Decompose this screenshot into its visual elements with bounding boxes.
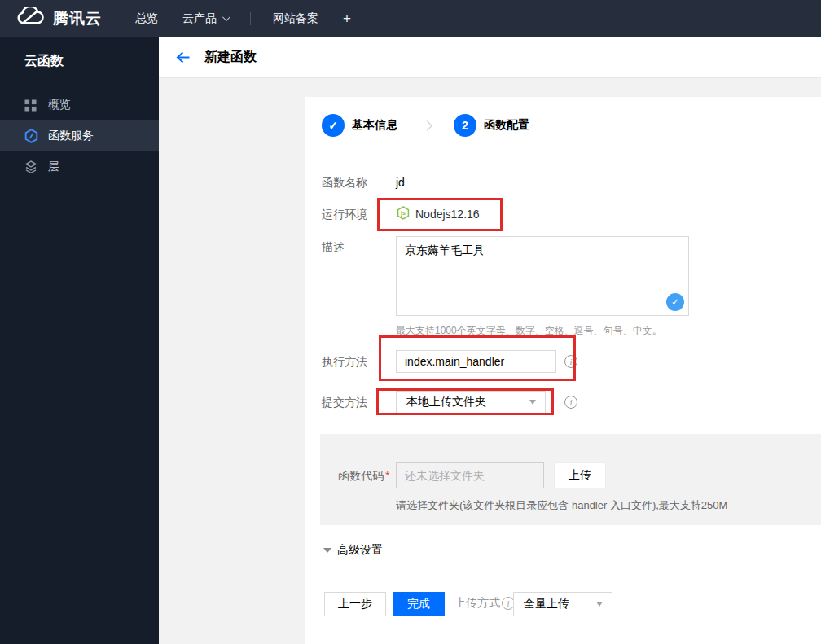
runtime-label: 运行环境 [322,206,367,222]
advanced-settings-toggle[interactable]: 高级设置 [323,543,383,558]
chevron-down-icon [222,13,230,21]
page-title: 新建函数 [204,49,257,66]
nav-item-beian[interactable]: 网站备案 [261,0,331,37]
step1-label: 基本信息 [352,118,397,133]
select-caret-icon [596,602,603,607]
navbar-links: 总览 云产品 网站备案 + [123,0,363,37]
function-hexagon-icon [24,129,39,143]
previous-step-button[interactable]: 上一步 [324,592,386,616]
check-icon [328,119,338,132]
step1-done-circle [322,114,345,137]
finish-button[interactable]: 完成 [393,592,445,616]
content-header: 新建函数 [159,37,821,78]
sidebar: 云函数 概览 函数服务 层 [0,37,159,644]
sidebar-item-layers[interactable]: 层 [0,151,159,182]
required-asterisk: * [385,469,389,482]
handler-input[interactable] [396,350,556,373]
validation-check-icon [666,293,684,311]
upload-mode-label: 上传方式 [454,596,500,611]
nav-item-overview[interactable]: 总览 [123,0,170,37]
tencent-cloud-logo[interactable]: 腾讯云 [0,7,102,31]
grid-icon [24,99,39,112]
cloud-logo-icon [15,7,46,31]
description-hint: 最大支持1000个英文字母、数字、空格、逗号、句号、中文。 [396,324,662,338]
upload-mode-value: 全量上传 [524,597,569,611]
back-arrow-button[interactable] [175,50,191,64]
upload-mode-select[interactable]: 全量上传 [513,592,612,616]
layers-icon [24,160,39,173]
step-chevron-icon [422,120,432,131]
sidebar-product-title: 云函数 [24,53,159,70]
top-navbar: 腾讯云 总览 云产品 网站备案 + [0,0,821,37]
submit-method-value: 本地上传文件夹 [406,395,486,410]
runtime-name: Nodejs12.16 [415,208,480,221]
step2-label: 函数配置 [484,118,529,133]
folder-path-input[interactable] [396,462,544,488]
submit-method-info-icon[interactable] [564,396,577,409]
runtime-value: js Nodejs12.16 [397,206,480,222]
handler-label: 执行方法 [322,353,367,370]
sidebar-item-function-service[interactable]: 函数服务 [0,120,159,151]
sidebar-item-label: 概览 [48,98,71,112]
select-caret-icon [529,400,536,405]
description-label: 描述 [322,239,345,255]
sidebar-item-label: 函数服务 [48,129,94,143]
wizard-steps: 基本信息 2 函数配置 [322,114,529,137]
function-name-label: 函数名称 [322,174,367,191]
sidebar-item-overview[interactable]: 概览 [0,90,159,120]
brand-name: 腾讯云 [53,8,102,29]
svg-text:js: js [400,210,406,217]
function-code-label: 函数代码* [338,469,389,484]
description-textarea[interactable]: 京东薅羊毛工具 [396,236,689,316]
function-name-value: jd [396,174,405,191]
submit-method-select[interactable]: 本地上传文件夹 [396,391,546,414]
function-code-section: 函数代码* 上传 请选择文件夹(该文件夹根目录应包含 handler 入口文件)… [320,434,821,525]
submit-method-label: 提交方法 [322,394,367,410]
handler-info-icon[interactable] [564,355,577,368]
navbar-divider [250,12,251,25]
triangle-down-icon [323,548,331,553]
nav-item-products[interactable]: 云产品 [170,0,240,37]
nav-add-tab-button[interactable]: + [331,0,363,37]
wizard-card: 基本信息 2 函数配置 函数名称 jd 运行环境 js Nodejs12.16 … [305,97,821,644]
back-arrow-icon [175,50,191,64]
upload-button[interactable]: 上传 [554,462,606,488]
sidebar-item-label: 层 [48,160,59,174]
nodejs-icon: js [397,206,410,222]
advanced-settings-label: 高级设置 [337,543,383,558]
step2-number-circle: 2 [454,114,476,137]
steps-divider [322,147,821,147]
function-code-hint: 请选择文件夹(该文件夹根目录应包含 handler 入口文件),最大支持250M [396,498,727,513]
